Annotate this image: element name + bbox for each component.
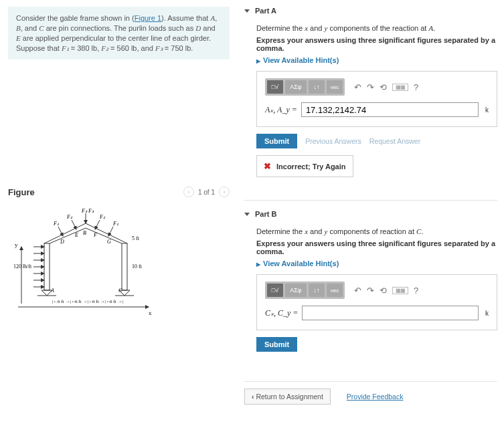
reset-icon[interactable]: ⟲: [380, 82, 387, 92]
symbols-tool[interactable]: ΑΣφ: [285, 80, 307, 94]
svg-line-15: [58, 227, 63, 236]
svg-text:10 ft: 10 ft: [132, 263, 143, 269]
svg-line-19: [108, 227, 113, 236]
svg-text:y: y: [15, 241, 18, 248]
part-a-feedback: ✖ Incorrect; Try Again: [256, 155, 353, 177]
templates-tool[interactable]: □√: [267, 80, 283, 94]
svg-text:A: A: [50, 288, 54, 294]
part-a-answer-box: □√ ΑΣφ ↓↑ vec ↶ ↷ ⟲ ▦▦ ? Aₓ, A_y =: [256, 71, 497, 127]
svg-text:G: G: [107, 239, 111, 245]
svg-text:→|: →|: [118, 299, 123, 304]
keyboard-icon[interactable]: ▦▦: [392, 287, 408, 294]
equation-toolbar: □√ ΑΣφ ↓↑ vec: [265, 78, 345, 96]
pager-next[interactable]: ›: [219, 187, 230, 197]
redo-icon[interactable]: ↷: [367, 286, 374, 296]
equation-toolbar: □√ ΑΣφ ↓↑ vec: [265, 282, 345, 299]
scripts-tool[interactable]: ↓↑: [309, 80, 325, 94]
svg-text:6 ft: 6 ft: [75, 299, 82, 304]
redo-icon[interactable]: ↷: [367, 82, 374, 92]
help-icon[interactable]: ?: [414, 286, 418, 296]
part-a-submit-button[interactable]: Submit: [256, 134, 297, 148]
caret-down-icon: [244, 213, 250, 216]
part-a-format: Express your answers using three signifi…: [256, 36, 497, 52]
svg-text:F₃: F₃: [81, 208, 88, 214]
part-a-eq-label: Aₓ, A_y =: [265, 105, 297, 115]
part-b-header[interactable]: Part B: [244, 207, 497, 223]
figure-title: Figure: [8, 187, 35, 197]
caret-down-icon: [244, 9, 250, 13]
part-b-hints[interactable]: View Available Hint(s): [256, 259, 497, 267]
symbols-tool[interactable]: ΑΣφ: [285, 284, 307, 297]
svg-text:6 ft: 6 ft: [110, 299, 116, 304]
part-a-input[interactable]: [301, 102, 479, 117]
part-b-submit-button[interactable]: Submit: [256, 337, 297, 352]
svg-text:E: E: [74, 232, 78, 238]
svg-text:D: D: [60, 239, 64, 245]
undo-icon[interactable]: ↶: [354, 286, 361, 296]
reset-icon[interactable]: ⟲: [380, 286, 387, 296]
feedback-text: Incorrect; Try Again: [276, 162, 346, 171]
svg-text:5 ft: 5 ft: [132, 235, 140, 241]
svg-text:x: x: [149, 310, 152, 316]
svg-line-16: [72, 220, 76, 229]
figure-pager: ‹ 1 of 1 ›: [183, 187, 230, 197]
undo-icon[interactable]: ↶: [354, 82, 361, 92]
svg-text:F: F: [93, 232, 97, 238]
return-button[interactable]: Return to Assignment: [244, 389, 331, 405]
vector-tool[interactable]: vec: [327, 284, 343, 297]
svg-text:6 ft: 6 ft: [58, 299, 64, 304]
part-b-format: Express your answers using three signifi…: [256, 239, 497, 255]
svg-text:F₁: F₁: [53, 221, 59, 227]
help-icon[interactable]: ?: [414, 82, 418, 92]
svg-text:6 ft: 6 ft: [92, 299, 99, 304]
templates-tool[interactable]: □√: [267, 284, 283, 297]
pager-label: 1 of 1: [198, 189, 215, 196]
provide-feedback-link[interactable]: Provide Feedback: [347, 393, 404, 401]
incorrect-icon: ✖: [264, 161, 271, 171]
scripts-tool[interactable]: ↓↑: [309, 284, 325, 297]
unit-label: k: [485, 310, 489, 317]
svg-text:F₂: F₂: [66, 214, 73, 220]
part-b-answer-box: □√ ΑΣφ ↓↑ vec ↶ ↷ ⟲ ▦▦ ? Cₓ, C_y =: [256, 274, 497, 330]
svg-rect-5: [122, 243, 127, 290]
svg-text:B: B: [83, 230, 86, 236]
figure-link[interactable]: Figure 1: [135, 14, 161, 22]
svg-text:F₁: F₁: [112, 221, 118, 227]
svg-rect-4: [44, 243, 50, 290]
problem-statement: Consider the gable frame shown in (Figur…: [8, 7, 230, 60]
svg-text:F₃: F₃: [88, 208, 94, 214]
vector-tool[interactable]: vec: [327, 80, 343, 94]
request-answer-link[interactable]: Request Answer: [369, 137, 420, 145]
part-a-header[interactable]: Part A: [244, 4, 497, 20]
part-a-instruction: Determine the x and y components of the …: [256, 24, 497, 32]
text: Consider the gable frame shown in (: [16, 14, 135, 22]
part-a-hints[interactable]: View Available Hint(s): [256, 56, 497, 64]
part-b-input[interactable]: [302, 306, 479, 320]
part-a-title: Part A: [255, 7, 276, 15]
part-b-eq-label: Cₓ, C_y =: [265, 308, 298, 318]
previous-answers-link[interactable]: Previous Answers: [305, 137, 361, 145]
unit-label: k: [485, 106, 489, 114]
part-b-instruction: Determine the x and y components of reac…: [256, 227, 497, 235]
keyboard-icon[interactable]: ▦▦: [392, 84, 408, 91]
svg-text:C: C: [118, 288, 122, 294]
svg-line-18: [95, 220, 100, 229]
svg-text:120 lb/ft: 120 lb/ft: [13, 263, 32, 269]
svg-text:F₂: F₂: [99, 214, 106, 220]
figure-diagram: x y: [8, 207, 155, 320]
part-b-title: Part B: [255, 210, 276, 218]
pager-prev[interactable]: ‹: [183, 187, 194, 197]
